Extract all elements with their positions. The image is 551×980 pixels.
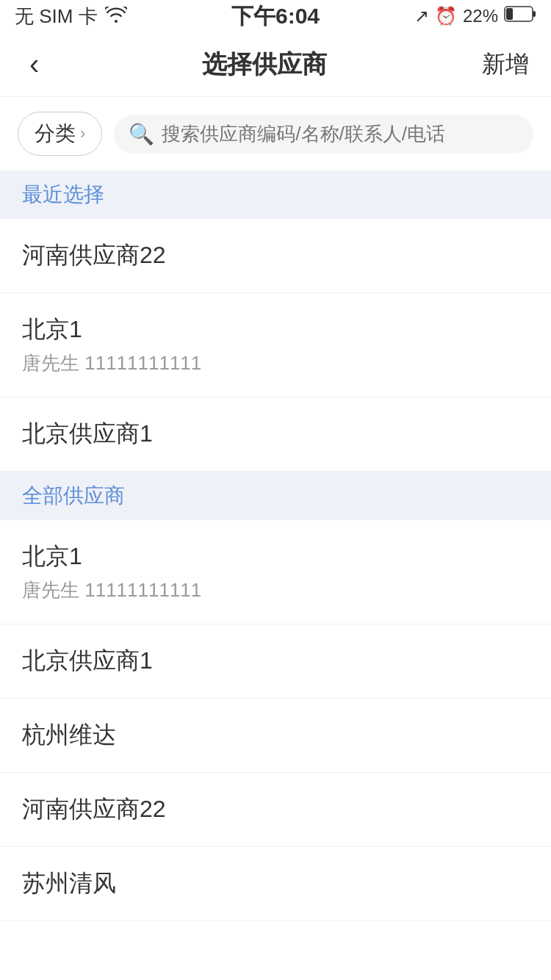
list-item[interactable]: 北京1唐先生 11111111111 [0, 293, 551, 397]
battery-icon [504, 6, 536, 26]
item-name: 北京1 [22, 541, 529, 573]
chevron-right-icon: › [80, 124, 85, 143]
list-item[interactable]: 北京供应商1 [0, 624, 551, 699]
location-icon: ↗ [414, 6, 429, 26]
svg-rect-2 [506, 8, 513, 20]
list-item[interactable]: 杭州维达 [0, 699, 551, 773]
item-sub: 唐先生 11111111111 [22, 350, 529, 376]
svg-rect-1 [533, 11, 536, 17]
new-action-button[interactable]: 新增 [482, 48, 529, 81]
wifi-icon [105, 5, 127, 28]
search-input[interactable] [162, 123, 519, 145]
alarm-icon: ⏰ [435, 6, 457, 26]
search-bar: 分类 › 🔍 [0, 97, 551, 170]
item-sub: 唐先生 11111111111 [22, 577, 529, 603]
status-bar: 无 SIM 卡 下午6:04 ↗ ⏰ 22% [0, 0, 551, 32]
list-item[interactable]: 苏州清风 [0, 847, 551, 921]
list-item[interactable]: 河南供应商22 [0, 219, 551, 293]
list-item[interactable]: 河南供应商22 [0, 773, 551, 847]
item-name: 河南供应商22 [22, 793, 529, 826]
search-icon: 🔍 [129, 122, 154, 146]
back-button[interactable]: ‹ [22, 40, 46, 88]
search-input-wrapper: 🔍 [114, 115, 533, 154]
category-label: 分类 [35, 120, 76, 148]
page-title: 选择供应商 [202, 48, 327, 82]
category-button[interactable]: 分类 › [18, 112, 102, 156]
status-right: ↗ ⏰ 22% [414, 6, 536, 26]
item-name: 杭州维达 [22, 719, 529, 752]
battery-text: 22% [463, 6, 498, 26]
item-name: 北京供应商1 [22, 418, 529, 450]
list-item[interactable]: 北京供应商1 [0, 397, 551, 472]
carrier-text: 无 SIM 卡 [15, 4, 98, 29]
section-header-all: 全部供应商 [0, 472, 551, 520]
section-header-recent: 最近选择 [0, 170, 551, 219]
sections-container: 最近选择河南供应商22北京1唐先生 11111111111北京供应商1全部供应商… [0, 170, 551, 921]
item-name: 苏州清风 [22, 868, 529, 900]
status-time: 下午6:04 [231, 1, 320, 32]
item-name: 北京供应商1 [22, 645, 529, 677]
nav-bar: ‹ 选择供应商 新增 [0, 32, 551, 97]
item-name: 北京1 [22, 314, 529, 346]
status-left: 无 SIM 卡 [15, 4, 127, 29]
list-item[interactable]: 北京1唐先生 11111111111 [0, 520, 551, 624]
item-name: 河南供应商22 [22, 239, 529, 272]
